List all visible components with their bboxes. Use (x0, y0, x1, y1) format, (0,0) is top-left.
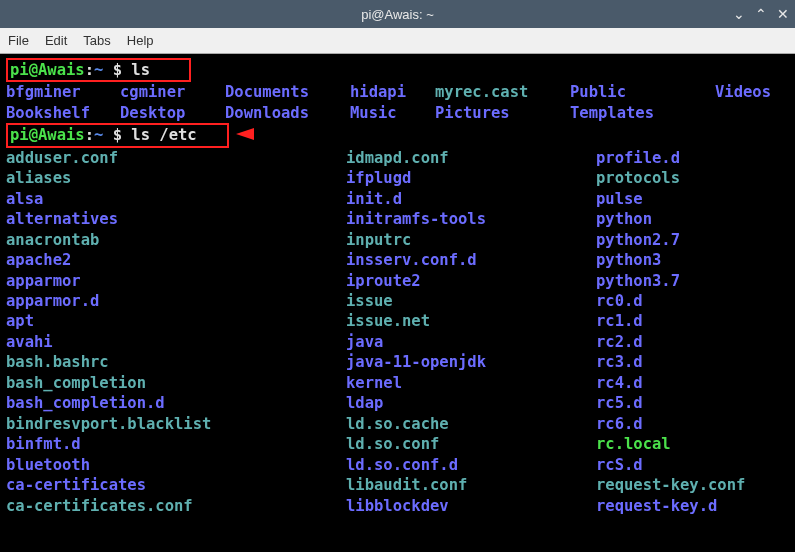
window-title: pi@Awais: ~ (361, 7, 434, 22)
etc-item: initramfs-tools (346, 209, 596, 229)
etc-item: ld.so.conf.d (346, 455, 596, 475)
highlight-box-1: pi@Awais:~ $ ls (6, 58, 191, 82)
etc-item: python3 (596, 250, 789, 270)
etc-item: inputrc (346, 230, 596, 250)
etc-item: libaudit.conf (346, 475, 596, 495)
etc-item: python (596, 209, 789, 229)
ls-item: Documents (225, 82, 350, 102)
ls-item: Music (350, 103, 435, 123)
etc-item: request-key.conf (596, 475, 789, 495)
etc-item: issue.net (346, 311, 596, 331)
etc-item: iproute2 (346, 271, 596, 291)
etc-item: apache2 (6, 250, 346, 270)
menu-tabs[interactable]: Tabs (83, 33, 110, 48)
etc-item: anacrontab (6, 230, 346, 250)
ls-item: Pictures (435, 103, 570, 123)
etc-item: adduser.conf (6, 148, 346, 168)
etc-item: rc5.d (596, 393, 789, 413)
etc-item: profile.d (596, 148, 789, 168)
menu-edit[interactable]: Edit (45, 33, 67, 48)
etc-item: request-key.d (596, 496, 789, 516)
etc-item: bluetooth (6, 455, 346, 475)
etc-item: python3.7 (596, 271, 789, 291)
etc-item: ld.so.cache (346, 414, 596, 434)
titlebar[interactable]: pi@Awais: ~ ⌄ ⌃ ✕ (0, 0, 795, 28)
ls-item: Desktop (120, 103, 225, 123)
etc-item: rc4.d (596, 373, 789, 393)
etc-item: ld.so.conf (346, 434, 596, 454)
etc-item: rc6.d (596, 414, 789, 434)
etc-item: ca-certificates.conf (6, 496, 346, 516)
ls-item: Bookshelf (6, 103, 120, 123)
ls-item: myrec.cast (435, 82, 570, 102)
etc-item: bindresvport.blacklist (6, 414, 346, 434)
menubar: File Edit Tabs Help (0, 28, 795, 54)
etc-item: avahi (6, 332, 346, 352)
etc-item: apparmor.d (6, 291, 346, 311)
etc-item: alsa (6, 189, 346, 209)
etc-item: bash_completion (6, 373, 346, 393)
etc-item: bash_completion.d (6, 393, 346, 413)
etc-item: apparmor (6, 271, 346, 291)
etc-item: rc3.d (596, 352, 789, 372)
etc-item: alternatives (6, 209, 346, 229)
ls-item: Videos (715, 82, 789, 102)
etc-item: rc2.d (596, 332, 789, 352)
etc-item: idmapd.conf (346, 148, 596, 168)
etc-item: java (346, 332, 596, 352)
terminal-window: pi@Awais: ~ ⌄ ⌃ ✕ File Edit Tabs Help pi… (0, 0, 795, 552)
ls-item (715, 103, 789, 123)
ls-item: cgminer (120, 82, 225, 102)
window-controls: ⌄ ⌃ ✕ (733, 6, 789, 22)
ls-item: bfgminer (6, 82, 120, 102)
etc-item: kernel (346, 373, 596, 393)
ls-item: Public (570, 82, 715, 102)
highlight-box-2: pi@Awais:~ $ ls /etc (6, 123, 229, 147)
etc-item: binfmt.d (6, 434, 346, 454)
etc-item: rc0.d (596, 291, 789, 311)
close-icon[interactable]: ✕ (777, 6, 789, 22)
etc-item: rc.local (596, 434, 789, 454)
minimize-icon[interactable]: ⌄ (733, 6, 745, 22)
arrow-icon (236, 128, 254, 140)
ls-item: Downloads (225, 103, 350, 123)
etc-item: java-11-openjdk (346, 352, 596, 372)
etc-item: bash.bashrc (6, 352, 346, 372)
etc-item: insserv.conf.d (346, 250, 596, 270)
etc-item: pulse (596, 189, 789, 209)
etc-item: rcS.d (596, 455, 789, 475)
terminal-output[interactable]: pi@Awais:~ $ ls bfgminercgminerDocuments… (0, 54, 795, 552)
maximize-icon[interactable]: ⌃ (755, 6, 767, 22)
etc-item: ldap (346, 393, 596, 413)
menu-help[interactable]: Help (127, 33, 154, 48)
ls-item: Templates (570, 103, 715, 123)
menu-file[interactable]: File (8, 33, 29, 48)
etc-item: rc1.d (596, 311, 789, 331)
ls-item: hidapi (350, 82, 435, 102)
etc-item: ifplugd (346, 168, 596, 188)
etc-item: aliases (6, 168, 346, 188)
etc-item: apt (6, 311, 346, 331)
etc-item: ca-certificates (6, 475, 346, 495)
etc-item: issue (346, 291, 596, 311)
etc-item: python2.7 (596, 230, 789, 250)
etc-item: protocols (596, 168, 789, 188)
etc-item: init.d (346, 189, 596, 209)
etc-item: libblockdev (346, 496, 596, 516)
